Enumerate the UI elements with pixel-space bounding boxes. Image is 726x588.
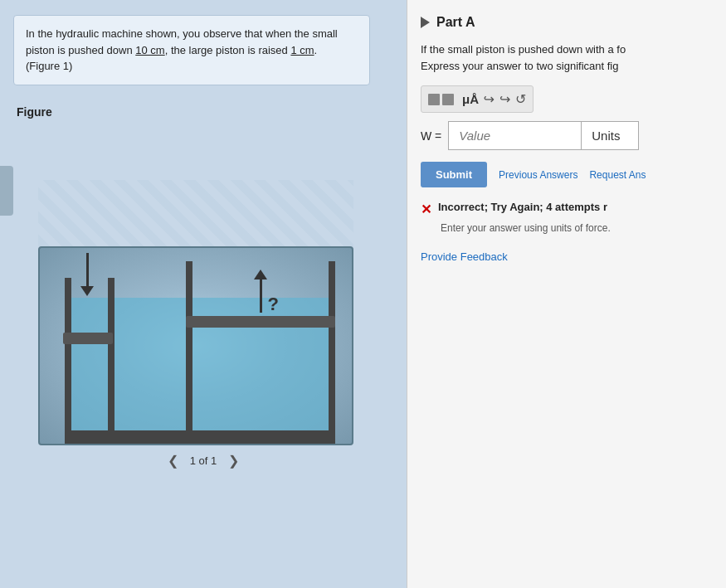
refresh-button[interactable]: ↺: [515, 91, 526, 107]
part-title: Part A: [436, 15, 475, 30]
left-panel: In the hydraulic machine shown, you obse…: [0, 0, 407, 588]
nav-next-button[interactable]: ❯: [223, 451, 244, 470]
figure-label: Figure: [17, 105, 52, 119]
answer-toolbar: μÅ ↩ ↪ ↺: [421, 85, 534, 113]
water-background: ?: [38, 246, 353, 445]
format-sq1-icon: [428, 94, 440, 105]
nav-prev-button[interactable]: ❮: [163, 451, 183, 470]
action-row: Submit Previous Answers Request Ans: [421, 162, 713, 187]
part-desc-line1: If the small piston is pushed down with …: [421, 43, 626, 56]
question-mark-label: ?: [268, 294, 279, 315]
nav-page-indicator: 1 of 1: [190, 454, 217, 467]
arrow-up-large-piston: [252, 270, 269, 313]
hint-text: Enter your answer using units of force.: [441, 222, 713, 234]
previous-answers-link[interactable]: Previous Answers: [499, 169, 577, 181]
undo-button[interactable]: ↩: [484, 91, 495, 107]
mu-label: μÅ: [462, 92, 479, 106]
format-sq2-icon: [442, 94, 454, 105]
collapse-triangle-icon[interactable]: [421, 17, 430, 28]
part-header: Part A: [421, 15, 713, 30]
value-1cm: 1 cm: [290, 44, 314, 56]
incorrect-icon: ✕: [421, 202, 431, 217]
figure-navigation: ❮ 1 of 1 ❯: [163, 451, 245, 470]
provide-feedback-link[interactable]: Provide Feedback: [421, 250, 713, 263]
incorrect-text: Incorrect; Try Again; 4 attempts r: [438, 201, 607, 213]
w-label: W =: [421, 129, 441, 143]
left-tube: [65, 278, 115, 444]
submit-button[interactable]: Submit: [421, 162, 487, 187]
arrow-up-line: [260, 279, 262, 313]
part-desc-line2: Express your answer to two significant f…: [421, 60, 618, 72]
arrow-down-line: [86, 253, 89, 286]
answer-row: W = Units: [421, 121, 713, 150]
small-piston: [63, 333, 113, 344]
units-selector[interactable]: Units: [581, 121, 639, 150]
problem-text: In the hydraulic machine shown, you obse…: [26, 27, 338, 72]
figure-area: Figure: [13, 97, 393, 495]
problem-text-box: In the hydraulic machine shown, you obse…: [13, 15, 370, 85]
request-answer-link[interactable]: Request Ans: [589, 169, 646, 181]
large-piston: [186, 316, 335, 328]
sidebar-tab[interactable]: [0, 166, 13, 216]
value-10cm: 10 cm: [135, 44, 164, 56]
value-input[interactable]: [448, 121, 581, 150]
right-panel: Part A If the small piston is pushed dow…: [407, 0, 726, 588]
part-description: If the small piston is pushed down with …: [421, 41, 713, 74]
arrow-down-small-piston: [79, 253, 95, 296]
hydraulic-illustration: ?: [38, 180, 353, 445]
arrow-up-head: [254, 270, 267, 279]
feedback-box: ✕ Incorrect; Try Again; 4 attempts r Ent…: [421, 201, 713, 234]
redo-button[interactable]: ↪: [499, 91, 510, 107]
incorrect-row: ✕ Incorrect; Try Again; 4 attempts r: [421, 201, 713, 217]
format-icons: [428, 94, 454, 105]
arrow-down-head: [80, 286, 94, 296]
